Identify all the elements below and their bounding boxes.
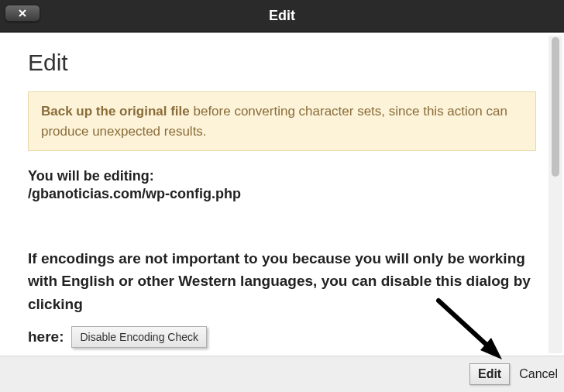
dialog-footer: Edit Cancel — [0, 356, 564, 392]
dialog-header: Edit — [0, 0, 564, 33]
dialog-content: Edit Back up the original file before co… — [0, 33, 564, 356]
editing-path: /gbanoticias.com/wp-config.php — [28, 186, 536, 202]
close-icon — [18, 9, 27, 18]
scrollbar[interactable] — [549, 36, 562, 353]
edit-button[interactable]: Edit — [469, 363, 510, 385]
editing-label: You will be editing: — [28, 168, 536, 184]
warning-box: Back up the original file before convert… — [28, 91, 536, 151]
cancel-button[interactable]: Cancel — [516, 364, 561, 384]
encoding-action-line: here: Disable Encoding Check — [28, 326, 536, 348]
content-wrapper: Edit Back up the original file before co… — [0, 33, 564, 356]
dialog-title: Edit — [269, 8, 295, 24]
here-label: here: — [28, 328, 64, 346]
scrollbar-thumb[interactable] — [552, 37, 559, 177]
close-button[interactable] — [5, 5, 40, 22]
page-title: Edit — [28, 50, 536, 76]
warning-bold: Back up the original file — [41, 104, 190, 119]
encoding-description: If encodings are not important to you be… — [28, 247, 536, 315]
disable-encoding-button[interactable]: Disable Encoding Check — [71, 326, 207, 348]
